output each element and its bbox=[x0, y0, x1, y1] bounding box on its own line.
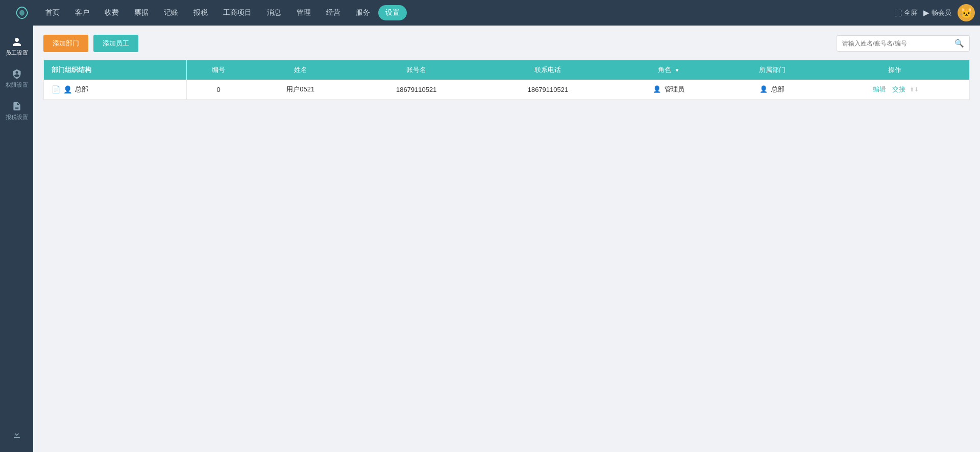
nav-manage[interactable]: 管理 bbox=[289, 5, 318, 20]
col-action: 操作 bbox=[820, 60, 969, 80]
content-area: 部门组织结构 📄 👤 总部 编号 姓名 账号名 联系电话 角色 bbox=[43, 60, 970, 100]
data-table: 编号 姓名 账号名 联系电话 角色 ▼ 所属部门 操作 0 bbox=[187, 60, 969, 100]
add-dept-button[interactable]: 添加部门 bbox=[43, 35, 88, 52]
nav-accounting[interactable]: 记账 bbox=[157, 5, 185, 20]
nav-message[interactable]: 消息 bbox=[260, 5, 288, 20]
sidebar-bottom bbox=[9, 423, 24, 446]
sidebar-label-permission: 权限设置 bbox=[6, 81, 28, 89]
row-scroll-arrows: ⬆⬇ bbox=[910, 86, 919, 92]
col-role[interactable]: 角色 ▼ bbox=[614, 60, 724, 80]
nav-items: 首页 客户 收费 票据 记账 报税 工商项目 消息 管理 经营 服务 设置 bbox=[38, 5, 894, 20]
table-panel: 编号 姓名 账号名 联系电话 角色 ▼ 所属部门 操作 0 bbox=[187, 60, 969, 100]
sidebar: 员工设置 权限设置 报税设置 bbox=[0, 26, 33, 452]
table-header: 编号 姓名 账号名 联系电话 角色 ▼ 所属部门 操作 bbox=[187, 60, 969, 80]
col-id: 编号 bbox=[187, 60, 250, 80]
col-dept: 所属部门 bbox=[724, 60, 820, 80]
sidebar-label-taxsettings: 报税设置 bbox=[6, 113, 28, 121]
avatar[interactable]: 🐱 bbox=[958, 4, 975, 21]
search-wrap: 🔍 bbox=[837, 35, 970, 52]
sidebar-download-btn[interactable] bbox=[9, 423, 24, 446]
top-nav: 首页 客户 收费 票据 记账 报税 工商项目 消息 管理 经营 服务 设置 ⛶ … bbox=[0, 0, 980, 26]
search-input[interactable] bbox=[837, 37, 949, 50]
cell-phone: 18679110521 bbox=[482, 80, 614, 100]
role-user-icon: 👤 bbox=[653, 85, 661, 93]
nav-service[interactable]: 服务 bbox=[349, 5, 377, 20]
tree-panel: 部门组织结构 📄 👤 总部 bbox=[44, 60, 187, 100]
cell-id: 0 bbox=[187, 80, 250, 100]
filter-icon: ▼ bbox=[674, 67, 679, 73]
transfer-link[interactable]: 交接 bbox=[892, 85, 905, 93]
nav-right: ⛶ 全屏 ▶ 畅会员 🐱 bbox=[894, 4, 975, 21]
search-icon: 🔍 bbox=[954, 39, 964, 47]
col-account: 账号名 bbox=[351, 60, 482, 80]
vip-btn[interactable]: ▶ 畅会员 bbox=[923, 8, 951, 17]
nav-operation[interactable]: 经营 bbox=[319, 5, 348, 20]
main-content: 添加部门 添加员工 🔍 部门组织结构 📄 👤 总部 编号 bbox=[33, 26, 980, 452]
cell-actions: 编辑 交接 ⬆⬇ bbox=[820, 80, 969, 100]
nav-invoice[interactable]: 票据 bbox=[127, 5, 156, 20]
download-icon bbox=[12, 430, 22, 440]
edit-link[interactable]: 编辑 bbox=[873, 85, 886, 93]
tree-item-hq[interactable]: 📄 👤 总部 bbox=[44, 80, 186, 100]
dept-user-icon: 👤 bbox=[63, 85, 72, 93]
cell-account: 18679110521 bbox=[351, 80, 482, 100]
permission-icon bbox=[12, 69, 22, 79]
col-role-label: 角色 bbox=[658, 66, 671, 74]
logo bbox=[5, 5, 38, 20]
col-phone: 联系电话 bbox=[482, 60, 614, 80]
nav-client[interactable]: 客户 bbox=[68, 5, 96, 20]
table-body: 0 用户0521 18679110521 18679110521 👤 管理员 👤… bbox=[187, 80, 969, 100]
table-row: 0 用户0521 18679110521 18679110521 👤 管理员 👤… bbox=[187, 80, 969, 100]
search-button[interactable]: 🔍 bbox=[949, 36, 969, 51]
fullscreen-label: 全屏 bbox=[904, 8, 917, 17]
nav-business[interactable]: 工商项目 bbox=[216, 5, 259, 20]
role-label: 管理员 bbox=[665, 85, 684, 93]
vip-label: 畅会员 bbox=[932, 8, 951, 17]
dept-user-icon-cell: 👤 bbox=[760, 85, 768, 93]
nav-settings[interactable]: 设置 bbox=[378, 5, 407, 20]
nav-tax[interactable]: 报税 bbox=[186, 5, 215, 20]
vip-icon: ▶ bbox=[923, 8, 929, 17]
toolbar: 添加部门 添加员工 🔍 bbox=[43, 35, 970, 52]
sidebar-label-employee: 员工设置 bbox=[6, 49, 28, 57]
fullscreen-icon: ⛶ bbox=[894, 9, 902, 17]
sidebar-item-taxsettings[interactable]: 报税设置 bbox=[0, 95, 33, 127]
cell-name: 用户0521 bbox=[250, 80, 350, 100]
nav-fee[interactable]: 收费 bbox=[97, 5, 126, 20]
sidebar-item-permission[interactable]: 权限设置 bbox=[0, 63, 33, 95]
fullscreen-btn[interactable]: ⛶ 全屏 bbox=[894, 8, 917, 17]
taxsettings-icon bbox=[12, 101, 22, 111]
cell-dept: 👤 总部 bbox=[724, 80, 820, 100]
add-employee-button[interactable]: 添加员工 bbox=[93, 35, 138, 52]
tree-panel-header: 部门组织结构 bbox=[44, 60, 186, 80]
employee-icon bbox=[12, 37, 22, 47]
tree-item-label: 总部 bbox=[75, 85, 88, 94]
sidebar-item-employee[interactable]: 员工设置 bbox=[0, 31, 33, 63]
file-icon: 📄 bbox=[52, 85, 60, 93]
dept-label: 总部 bbox=[771, 85, 785, 93]
col-name: 姓名 bbox=[250, 60, 350, 80]
cell-role: 👤 管理员 bbox=[614, 80, 724, 100]
nav-home[interactable]: 首页 bbox=[38, 5, 67, 20]
